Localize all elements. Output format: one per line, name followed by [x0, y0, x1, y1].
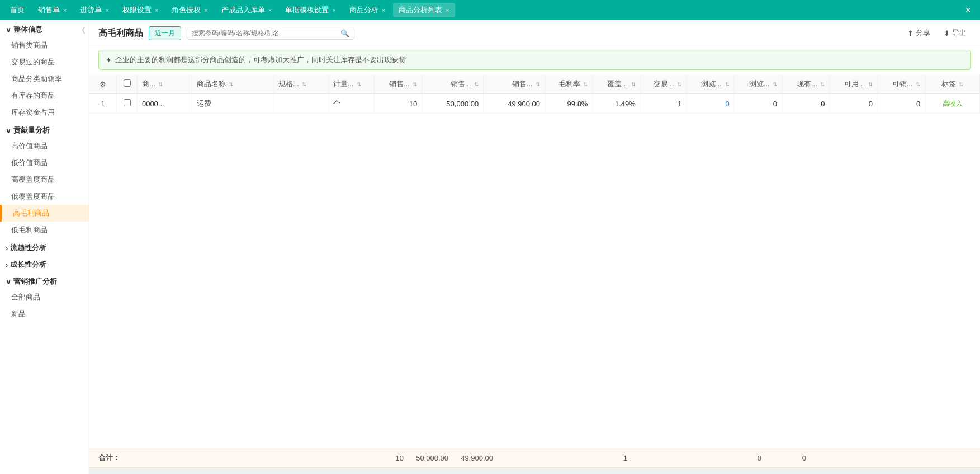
sidebar-item-high-value[interactable]: 高价值商品 [0, 138, 89, 154]
col-header-gross-rate[interactable]: 毛利率 ⇅ [545, 74, 593, 94]
nav-purchase-order[interactable]: 进货单 × [74, 3, 114, 17]
share-button[interactable]: ⬆ 分享 [903, 26, 935, 40]
filter-recent-month-btn[interactable]: 近一月 [149, 26, 181, 40]
nav-role-auth[interactable]: 角色授权 × [166, 3, 213, 17]
sort-stock2-icon: ⇅ [868, 81, 873, 87]
nav-product-analysis-list[interactable]: 商品分析列表 × [393, 3, 455, 17]
sidebar-group-arrow-marketing: ∨ [6, 278, 11, 286]
close-product-analysis-tab[interactable]: × [382, 7, 385, 13]
sidebar-group-contribution[interactable]: ∨ 贡献量分析 [0, 121, 89, 138]
sidebar-item-traded-products[interactable]: 交易过的商品 [0, 54, 89, 71]
footer-sales-amt: 50,000.00 [408, 454, 453, 462]
row-sales-qty: 10 [374, 94, 422, 114]
info-banner: ✦ 企业的主要的利润都是这部分商品创造的，可考虑加大推广，同时关注库存是不要出现… [98, 50, 971, 70]
col-header-tag[interactable]: 标签 ⇅ [925, 74, 980, 94]
sidebar-item-new-products[interactable]: 新品 [0, 306, 89, 322]
sidebar-group-marketing[interactable]: ∨ 营销推广分析 [0, 272, 89, 289]
col-header-trade[interactable]: 交易... ⇅ [640, 74, 686, 94]
sidebar-item-high-margin[interactable]: 高毛利商品 [0, 205, 89, 222]
data-table: ⚙ 商... ⇅ 商品名称 ⇅ [89, 74, 980, 114]
export-icon: ⬇ [944, 29, 950, 37]
sort-trade-icon: ⇅ [677, 81, 681, 87]
close-permission-tab[interactable]: × [155, 7, 158, 13]
sidebar-item-low-margin[interactable]: 低毛利商品 [0, 222, 89, 238]
close-all-tabs[interactable]: × [960, 2, 976, 18]
close-product-analysis-list-tab[interactable]: × [446, 7, 449, 13]
nav-product-stock[interactable]: 产成品入库单 × [216, 3, 277, 17]
table-wrapper: ⚙ 商... ⇅ 商品名称 ⇅ [89, 74, 980, 448]
sidebar-collapse-btn[interactable]: 《 [78, 26, 86, 36]
sidebar-group-overview[interactable]: ∨ 整体信息 [0, 20, 89, 37]
sidebar-item-sales-products[interactable]: 销售类商品 [0, 37, 89, 54]
close-sales-order-tab[interactable]: × [63, 7, 67, 13]
nav-home[interactable]: 首页 [4, 3, 30, 17]
search-input[interactable] [192, 29, 338, 37]
row-browse1[interactable]: 0 [687, 94, 734, 114]
top-navigation: 首页 销售单 × 进货单 × 权限设置 × 角色授权 × 产成品入库单 × 单据… [0, 0, 980, 20]
row-spec [273, 94, 328, 114]
sidebar-group-arrow-contribution: ∨ [6, 126, 11, 135]
sidebar-item-category-rate[interactable]: 商品分类助销率 [0, 71, 89, 87]
sidebar-group-trend[interactable]: › 流趋性分析 [0, 238, 89, 255]
close-template-tab[interactable]: × [332, 7, 335, 13]
content-area: 高毛利商品 近一月 🔍 ⬆ 分享 ⬇ 导出 ✦ 企业的主要的利润都是这部分商品创… [89, 20, 980, 474]
row-tag: 高收入 [925, 94, 980, 114]
footer-trade: 1 [587, 454, 632, 462]
col-header-stock3[interactable]: 可销... ⇅ [877, 74, 925, 94]
nav-template-settings[interactable]: 单据模板设置 × [280, 3, 341, 17]
footer-stock1: 0 [721, 454, 766, 462]
search-box: 🔍 [187, 27, 354, 40]
sort-browse2-icon: ⇅ [773, 81, 777, 87]
footer-stock2: 0 [766, 454, 811, 462]
sidebar-item-low-value[interactable]: 低价值商品 [0, 154, 89, 171]
main-layout: 《 ∨ 整体信息 销售类商品 交易过的商品 商品分类助销率 有库存的商品 库存资… [0, 20, 980, 474]
sort-name-icon: ⇅ [229, 81, 233, 87]
col-header-name[interactable]: 商品名称 ⇅ [192, 74, 273, 94]
sort-cover-icon: ⇅ [631, 81, 636, 87]
nav-product-analysis[interactable]: 商品分析 × [344, 3, 391, 17]
sort-sales-profit-icon: ⇅ [536, 81, 540, 87]
settings-icon[interactable]: ⚙ [100, 80, 106, 88]
col-header-browse2[interactable]: 浏览... ⇅ [734, 74, 782, 94]
row-code: 0000... [137, 94, 192, 114]
sort-stock3-icon: ⇅ [916, 81, 920, 87]
col-header-sales-qty[interactable]: 销售... ⇅ [374, 74, 422, 94]
sort-code-icon: ⇅ [158, 81, 163, 87]
sidebar: 《 ∨ 整体信息 销售类商品 交易过的商品 商品分类助销率 有库存的商品 库存资… [0, 20, 89, 474]
sidebar-item-high-coverage[interactable]: 高覆盖度商品 [0, 171, 89, 188]
col-header-num: ⚙ [89, 74, 117, 94]
col-header-cover[interactable]: 覆盖... ⇅ [593, 74, 640, 94]
sort-unit-icon: ⇅ [357, 81, 361, 87]
footer-label: 合计： [89, 453, 157, 463]
nav-permission-settings[interactable]: 权限设置 × [117, 3, 164, 17]
col-header-stock1[interactable]: 现有... ⇅ [782, 74, 830, 94]
sidebar-item-all-products[interactable]: 全部商品 [0, 289, 89, 306]
nav-sales-order[interactable]: 销售单 × [32, 3, 72, 17]
row-sales-amt: 50,000.00 [422, 94, 484, 114]
col-header-code[interactable]: 商... ⇅ [137, 74, 192, 94]
col-header-spec[interactable]: 规格... ⇅ [273, 74, 328, 94]
row-check [117, 94, 138, 114]
select-all-checkbox[interactable] [124, 79, 131, 87]
col-header-browse1[interactable]: 浏览... ⇅ [687, 74, 734, 94]
content-header: 高毛利商品 近一月 🔍 ⬆ 分享 ⬇ 导出 [89, 20, 980, 45]
sort-browse1-icon: ⇅ [725, 81, 730, 87]
close-purchase-order-tab[interactable]: × [105, 7, 108, 13]
sidebar-item-low-coverage[interactable]: 低覆盖度商品 [0, 188, 89, 205]
horizontal-scrollbar[interactable] [89, 467, 980, 474]
close-product-stock-tab[interactable]: × [268, 7, 272, 13]
col-header-sales-profit[interactable]: 销售... ⇅ [484, 74, 545, 94]
sidebar-group-growth[interactable]: › 成长性分析 [0, 255, 89, 272]
search-icon[interactable]: 🔍 [340, 29, 349, 37]
col-header-stock2[interactable]: 可用... ⇅ [830, 74, 877, 94]
sidebar-item-stocked-products[interactable]: 有库存的商品 [0, 87, 89, 104]
close-role-auth-tab[interactable]: × [204, 7, 207, 13]
col-header-sales-amt[interactable]: 销售... ⇅ [422, 74, 484, 94]
sidebar-item-stock-capital[interactable]: 库存资金占用 [0, 104, 89, 121]
col-header-unit[interactable]: 计量... ⇅ [328, 74, 374, 94]
row-checkbox[interactable] [124, 99, 131, 106]
sidebar-group-arrow-overview: ∨ [6, 26, 11, 34]
sort-gross-rate-icon: ⇅ [583, 81, 588, 87]
export-button[interactable]: ⬇ 导出 [939, 26, 971, 40]
row-stock2: 0 [830, 94, 877, 114]
